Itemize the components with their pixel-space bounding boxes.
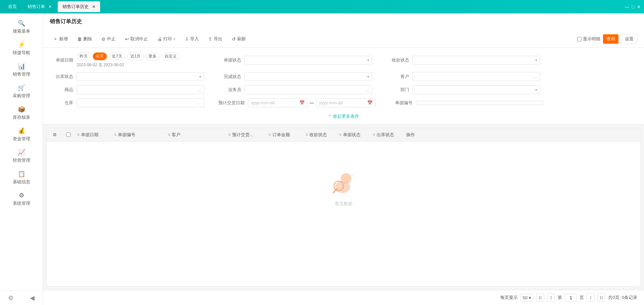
select-all-checkbox[interactable] (66, 132, 71, 137)
date-btn-yesterday[interactable]: 昨天 (77, 52, 91, 60)
filter-label-deliverydate: 预计交货日期 (218, 100, 248, 106)
sidebar-item-finance[interactable]: 💰 资金管理 (0, 124, 43, 145)
filter-docstatus[interactable]: ▾ (245, 56, 372, 65)
top-bar-right: — □ ✕ (625, 4, 641, 9)
date-btn-custom[interactable]: 自定义 (162, 52, 180, 60)
page-label-after: 页 (579, 295, 584, 301)
filter-docno[interactable] (416, 101, 544, 105)
query-button[interactable]: 查询 (603, 34, 618, 44)
th-outstatus-label: 出库状态 (377, 132, 394, 138)
tab-sales-order-close[interactable]: ✕ (48, 4, 52, 9)
sidebar-item-operations[interactable]: 📈 经营管理 (0, 145, 43, 167)
completestatus-select[interactable]: ▾ (245, 72, 372, 81)
sidebar-item-basic-info[interactable]: 📋 基础信息 (0, 167, 43, 188)
filter-label-salesperson: 业务员 (218, 87, 245, 93)
page-prev-btn[interactable]: ⟨ (547, 294, 555, 302)
outstatus-select[interactable]: ▾ (77, 72, 204, 81)
filter-completestatus[interactable]: ▾ (245, 72, 372, 81)
page-input[interactable] (565, 294, 577, 302)
delivery-date-to[interactable]: yyyy-mm-dd 📅 (316, 98, 376, 107)
new-button[interactable]: ＋ 新增 (50, 34, 71, 44)
filter-warehouse[interactable]: ... (77, 98, 204, 107)
collapse-sidebar-icon[interactable]: ◀ (30, 294, 35, 302)
refresh-label: 刷新 (237, 36, 246, 42)
th-customer[interactable]: ⇅ 客户 (165, 132, 225, 138)
date-btn-1month[interactable]: 近1月 (127, 52, 144, 60)
delivery-date-to-text: yyyy-mm-dd (319, 100, 343, 105)
th-amount[interactable]: ⇅ 订单金额 (266, 132, 303, 138)
tab-sales-order[interactable]: 销售订单 ✕ (23, 1, 56, 12)
sort-icon-docstatus: ⇅ (339, 133, 342, 137)
docno-input[interactable] (416, 101, 544, 105)
th-delivery-label: 预计交货... (232, 132, 253, 138)
import-button[interactable]: ⇩ 导入 (181, 34, 202, 44)
filter-outstatus[interactable]: ▾ (77, 72, 204, 81)
inventory-icon: 📦 (18, 106, 25, 113)
window-minimize-icon[interactable]: — (625, 4, 629, 9)
sidebar-item-quicknav[interactable]: ⚡ 快捷导航 (0, 38, 43, 59)
settings-button[interactable]: 设置 (621, 34, 637, 44)
delete-label: 删除 (83, 36, 92, 42)
th-checkbox[interactable] (63, 132, 74, 137)
page-title-bar: 销售订单历史 (43, 13, 644, 31)
window-close-icon[interactable]: ✕ (637, 4, 641, 9)
page-last-btn[interactable]: ⟩⟩ (597, 294, 605, 302)
search-icon: 🔍 (18, 20, 25, 27)
sidebar-item-sales[interactable]: 📊 销售管理 (0, 59, 43, 81)
stop-button[interactable]: ⊘ 中止 (98, 34, 119, 44)
goods-input[interactable]: ... (77, 85, 204, 94)
th-docno[interactable]: ⇅ 单据编号 (111, 132, 165, 138)
date-range-display: 2023-06-02 至 2023-06-02 (77, 62, 204, 68)
salesperson-input[interactable]: ... (245, 85, 372, 94)
query-label: 查询 (606, 36, 615, 42)
tab-sales-history-close[interactable]: ✕ (92, 4, 95, 9)
customer-input[interactable]: ... (413, 72, 540, 81)
sidebar-item-inventory[interactable]: 📦 库存核算 (0, 102, 43, 124)
table-header: ⚙ ⇅ 单据日期 ⇅ 单据编号 ⇅ 客户 ⇅ (47, 128, 640, 142)
th-delivery[interactable]: ⇅ 预计交货... (225, 132, 266, 138)
print-button[interactable]: 🖨 打印 ▾ (154, 34, 179, 44)
sidebar-item-system[interactable]: ⚙ 系统管理 (0, 188, 43, 210)
delivery-date-from[interactable]: yyyy-mm-dd 📅 (248, 98, 308, 107)
filter-salesperson[interactable]: ... (245, 85, 372, 94)
th-docdate-label: 单据日期 (81, 132, 98, 138)
page-next-btn[interactable]: ⟩ (587, 294, 595, 302)
window-maximize-icon[interactable]: □ (632, 4, 634, 9)
filter-label-paystatus: 收款状态 (386, 57, 413, 63)
th-docdate[interactable]: ⇅ 单据日期 (74, 132, 111, 138)
page-size-select[interactable]: 50 ▾ (520, 294, 533, 302)
total-label: 共0页, 0条记录 (608, 295, 637, 301)
cancel-stop-button[interactable]: ↩ 取消中止 (122, 34, 151, 44)
date-btn-today[interactable]: 今天 (93, 52, 107, 60)
export-button[interactable]: ⇧ 导出 (205, 34, 226, 44)
date-btn-7days[interactable]: 近7天 (109, 52, 125, 60)
docstatus-select[interactable]: ▾ (245, 56, 372, 65)
sidebar-item-purchase[interactable]: 🛒 采购管理 (0, 81, 43, 102)
tab-sales-history[interactable]: 销售订单历史 ✕ (58, 1, 100, 12)
filter-dept[interactable]: ▾ (413, 85, 540, 94)
th-payment[interactable]: ⇅ 收款状态 (303, 132, 336, 138)
display-toggle-checkbox[interactable] (577, 37, 582, 41)
sidebar-item-search[interactable]: 🔍 搜索菜单 (0, 16, 43, 38)
tab-home[interactable]: 首页 (3, 1, 22, 12)
filter-docdate: 昨天 今天 近7天 近1月 更多 自定义 2023-06-02 至 2023-0… (77, 52, 204, 68)
filter-label-outstatus: 出库状态 (50, 74, 77, 80)
refresh-button[interactable]: ↺ 刷新 (228, 34, 249, 44)
date-btn-more[interactable]: 更多 (145, 52, 160, 60)
display-toggle[interactable]: 显示明细 (577, 36, 600, 42)
page-first-btn[interactable]: ⟨⟨ (536, 294, 544, 302)
th-settings[interactable]: ⚙ (50, 132, 63, 137)
filter-customer[interactable]: ... (413, 72, 540, 81)
collapse-filter-btn[interactable]: ⌃ 收起更多条件 (50, 111, 637, 119)
th-outstatus[interactable]: ⇅ 出库状态 (370, 132, 403, 138)
dept-select[interactable]: ▾ (413, 85, 540, 94)
th-docstatus[interactable]: ⇅ 单据状态 (336, 132, 370, 138)
filter-paystatus[interactable]: ▾ (413, 56, 540, 65)
warehouse-dots: ... (198, 100, 201, 105)
delete-button[interactable]: 🗑 删除 (74, 34, 95, 44)
filter-goods[interactable]: ... (77, 85, 204, 94)
delete-icon: 🗑 (77, 36, 82, 42)
paystatus-select[interactable]: ▾ (413, 56, 540, 65)
warehouse-input[interactable]: ... (77, 98, 204, 107)
settings-bottom-icon[interactable]: ⚙ (8, 294, 13, 302)
